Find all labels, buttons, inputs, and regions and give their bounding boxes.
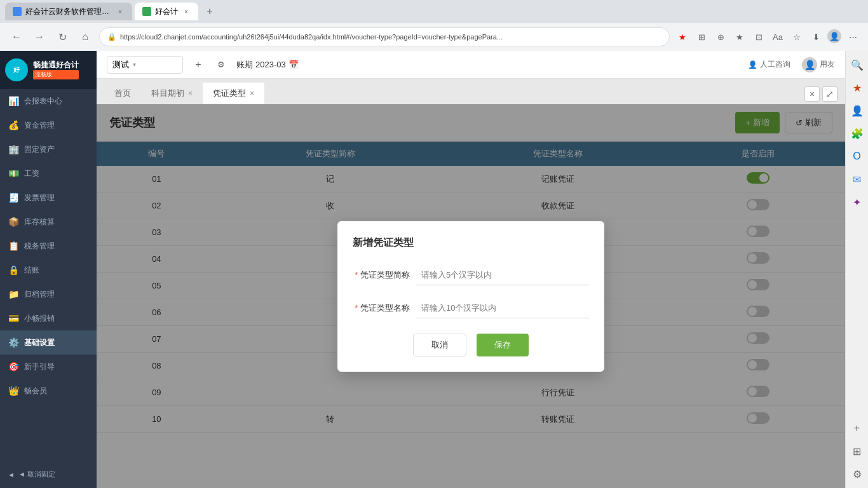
fixed-icon: 🏢 xyxy=(8,144,19,155)
settings-icon: ⚙️ xyxy=(8,337,19,348)
sidebar-logo: 好 畅捷通好合计 流畅版 xyxy=(0,51,97,89)
sidebar-item-salary[interactable]: 💵 工资 xyxy=(0,161,97,186)
save-button[interactable]: 保存 xyxy=(477,334,529,356)
invoice-icon: 🧾 xyxy=(8,192,19,203)
tab-subject-init[interactable]: 科目期初 × xyxy=(141,83,203,104)
right-sidebar: 🔍 ★ 👤 🧩 O ✉ ✦ + ⊞ ⚙ xyxy=(845,51,868,488)
extension3-icon[interactable]: ★ xyxy=(732,29,747,44)
sidebar-label-invoice: 发票管理 xyxy=(24,193,55,203)
tab-close-2[interactable]: × xyxy=(182,7,191,16)
calendar-icon[interactable]: 📅 xyxy=(288,60,299,69)
workspace-settings-icon[interactable]: ⚙ xyxy=(214,57,229,72)
sidebar-item-expense[interactable]: 💳 小畅报销 xyxy=(0,306,97,330)
reading-icon[interactable]: Aa xyxy=(770,29,785,44)
extension2-icon[interactable]: ⊕ xyxy=(713,29,728,44)
right-add-icon[interactable]: + xyxy=(848,419,866,437)
sidebar-label-close: 结账 xyxy=(24,265,39,276)
tab-label-2: 好会计 xyxy=(155,6,178,17)
favorites-icon[interactable]: ☆ xyxy=(789,29,804,44)
right-grid-icon[interactable]: ⊞ xyxy=(848,442,866,460)
add-workspace-button[interactable]: + xyxy=(191,57,206,72)
top-bar: 测试 ▾ + ⚙ 账期 2023-03 📅 👤 人工咨询 👤 用友 xyxy=(97,51,845,79)
right-ai-icon[interactable]: ✦ xyxy=(848,193,866,211)
sidebar-label-capital: 资金管理 xyxy=(24,120,55,131)
form-label-short: 凭证类型简称 xyxy=(353,269,416,281)
user-button[interactable]: 👤 用友 xyxy=(802,57,835,72)
tab-voucher-type[interactable]: 凭证类型 × xyxy=(203,83,264,104)
address-input[interactable]: 🔒 https://cloud2.chanjet.com/accounting/… xyxy=(99,27,670,46)
expand-panel-button[interactable]: ⤢ xyxy=(822,86,837,102)
sidebar-navigation: 📊 会报表中心 💰 资金管理 🏢 固定资产 💵 工资 🧾 发票管理 xyxy=(0,89,97,461)
menu-icon[interactable]: ⋯ xyxy=(845,29,860,44)
reload-button[interactable]: ↻ xyxy=(53,28,71,46)
sidebar-item-reports[interactable]: 📊 会报表中心 xyxy=(0,89,97,113)
name-input[interactable] xyxy=(416,298,589,318)
extension1-icon[interactable]: ⊞ xyxy=(694,29,709,44)
sidebar-item-archive[interactable]: 📁 归档管理 xyxy=(0,282,97,306)
workspace-chevron-icon: ▾ xyxy=(133,61,136,68)
cancel-pin-button[interactable]: ◄ ◄ 取消固定 xyxy=(8,466,89,483)
right-mail-icon[interactable]: ✉ xyxy=(848,170,866,188)
right-person-icon[interactable]: 👤 xyxy=(848,102,866,119)
close-panel-button[interactable]: × xyxy=(804,86,820,102)
form-row-short: 凭证类型简称 xyxy=(353,265,589,285)
right-gear-icon[interactable]: ⚙ xyxy=(848,465,866,483)
top-bar-actions: 👤 人工咨询 👤 用友 xyxy=(742,57,835,72)
sidebar-item-tax[interactable]: 📋 税务管理 xyxy=(0,234,97,258)
logo-text: 畅捷通好合计 xyxy=(33,60,79,71)
tax-icon: 📋 xyxy=(8,240,19,252)
right-puzzle-icon[interactable]: 🧩 xyxy=(848,125,866,142)
dialog-title: 新增凭证类型 xyxy=(353,236,589,250)
forward-button[interactable]: → xyxy=(31,28,48,46)
sidebar-item-capital[interactable]: 💰 资金管理 xyxy=(0,113,97,137)
help-label: 人工咨询 xyxy=(760,59,790,70)
browser-tab-2[interactable]: 好会计 × xyxy=(135,3,198,20)
salary-icon: 💵 xyxy=(8,168,19,179)
cancel-pin-label: ◄ 取消固定 xyxy=(18,470,55,479)
tab-home[interactable]: 首页 xyxy=(104,83,141,104)
sidebar-label-expense: 小畅报销 xyxy=(24,313,55,324)
tab-voucher-close-icon[interactable]: × xyxy=(250,89,254,98)
new-tab-button[interactable]: + xyxy=(201,3,219,20)
workspace-selector[interactable]: 测试 ▾ xyxy=(107,56,183,74)
close-month-icon: 🔒 xyxy=(8,264,19,276)
cancel-button[interactable]: 取消 xyxy=(413,334,466,356)
sidebar-item-fixed[interactable]: 🏢 固定资产 xyxy=(0,137,97,161)
logo-text-block: 畅捷通好合计 流畅版 xyxy=(33,60,79,80)
sidebar-item-invoice[interactable]: 🧾 发票管理 xyxy=(0,186,97,210)
archive-icon: 📁 xyxy=(8,288,19,300)
sidebar-item-settings[interactable]: ⚙️ 基础设置 xyxy=(0,330,97,355)
app-container: 好 畅捷通好合计 流畅版 📊 会报表中心 💰 资金管理 🏢 固定资产 xyxy=(0,51,868,488)
bookmark-icon[interactable]: ★ xyxy=(675,29,690,44)
sidebar-item-close[interactable]: 🔒 结账 xyxy=(0,258,97,282)
back-button[interactable]: ← xyxy=(8,28,25,46)
dialog-overlay: 新增凭证类型 凭证类型简称 凭证类型名称 取消 保存 xyxy=(97,104,845,488)
tab-subject-close-icon[interactable]: × xyxy=(188,89,193,98)
sidebar-label-tax: 税务管理 xyxy=(24,241,55,252)
right-star-icon[interactable]: ★ xyxy=(848,79,866,97)
sidebar-item-guide[interactable]: 🎯 新手引导 xyxy=(0,355,97,379)
tab-extra-actions: × ⤢ xyxy=(804,86,837,104)
cancel-pin-icon: ◄ xyxy=(8,471,15,478)
browser-tab-1[interactable]: 好会计云财务软件管理系统_会计 × xyxy=(5,3,132,20)
right-outlook-icon[interactable]: O xyxy=(848,147,866,165)
split-view-icon[interactable]: ⊡ xyxy=(751,29,766,44)
sidebar-label-guide: 新手引导 xyxy=(24,362,55,372)
sidebar-label-archive: 归档管理 xyxy=(24,289,55,300)
sidebar-bottom: ◄ ◄ 取消固定 xyxy=(0,461,97,488)
tab-close-1[interactable]: × xyxy=(116,7,125,16)
profile-icon[interactable]: 👤 xyxy=(827,29,841,43)
member-icon: 👑 xyxy=(8,385,19,396)
expense-icon: 💳 xyxy=(8,313,19,324)
short-input[interactable] xyxy=(416,265,589,285)
sidebar-label-fixed: 固定资产 xyxy=(24,144,55,155)
main-content: 测试 ▾ + ⚙ 账期 2023-03 📅 👤 人工咨询 👤 用友 xyxy=(97,51,845,488)
workspace-name: 测试 xyxy=(112,59,129,71)
sidebar-item-member[interactable]: 👑 畅会员 xyxy=(0,379,97,403)
help-button[interactable]: 👤 人工咨询 xyxy=(742,57,797,72)
downloads-icon[interactable]: ⬇ xyxy=(808,29,824,44)
address-bar: ← → ↻ ⌂ 🔒 https://cloud2.chanjet.com/acc… xyxy=(0,23,868,51)
right-search-icon[interactable]: 🔍 xyxy=(848,56,866,74)
sidebar-item-inventory[interactable]: 📦 库存核算 xyxy=(0,210,97,234)
home-button[interactable]: ⌂ xyxy=(76,28,94,46)
